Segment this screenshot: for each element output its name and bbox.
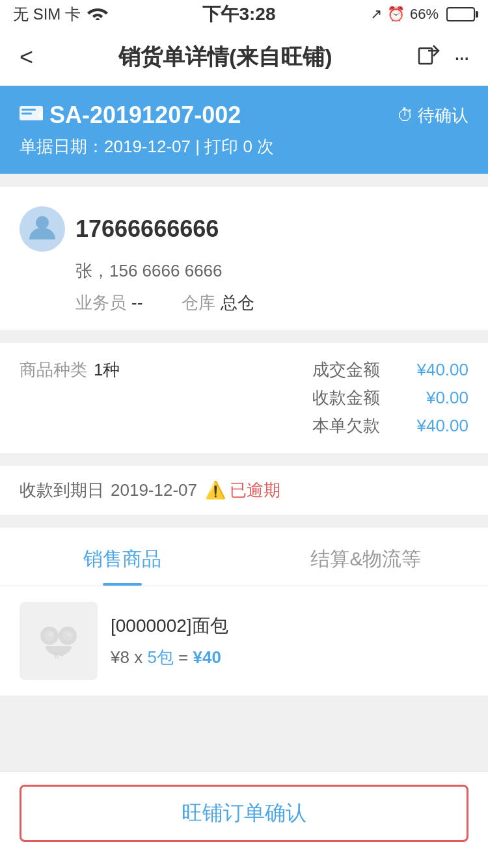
product-types-label: 商品种类 (20, 359, 87, 381)
status-bar-left: 无 SIM 卡 (13, 4, 108, 25)
summary-card: 商品种类 1种 成交金额 ¥40.00 收款金额 ¥0.00 本单欠款 ¥40.… (0, 343, 488, 453)
order-status: ⏱ 待确认 (397, 104, 468, 127)
product-item[interactable]: 管+ [0000002]面包 ¥8 x 5包 = ¥40 (0, 586, 488, 696)
svg-point-11 (67, 632, 71, 636)
wifi-icon (87, 5, 108, 24)
transaction-amount-label: 成交金额 (312, 359, 380, 381)
product-image: 管+ (20, 602, 98, 680)
battery-text: 66% (410, 6, 439, 23)
tabs: 销售商品 结算&物流等 (0, 528, 488, 586)
location-icon: ↗ (370, 6, 382, 23)
tabs-container: 销售商品 结算&物流等 (0, 528, 488, 586)
svg-text:管+: 管+ (53, 652, 64, 659)
due-amount-row: 本单欠款 ¥40.00 (312, 414, 468, 437)
product-name: [0000002]面包 (111, 614, 468, 638)
payment-amount-value: ¥0.00 (390, 388, 468, 408)
avatar (20, 206, 65, 252)
due-date-value: 2019-12-07 (111, 480, 197, 500)
product-price-row: ¥8 x 5包 = ¥40 (111, 646, 468, 669)
overdue-text: 已逾期 (230, 479, 280, 502)
svg-point-8 (49, 632, 53, 636)
status-bar: 无 SIM 卡 下午3:28 ↗ ⏰ 66% (0, 0, 488, 29)
svg-point-0 (96, 18, 100, 20)
overdue-icon: ⚠️ (205, 480, 226, 500)
customer-phone: 17666666666 (75, 215, 219, 243)
alarm-icon: ⏰ (387, 6, 405, 23)
status-bar-right: ↗ ⏰ 66% (370, 6, 475, 23)
warehouse-value: 总仓 (221, 292, 254, 314)
customer-header: 17666666666 (20, 206, 468, 252)
page-title: 销货单详情(来自旺铺) (118, 42, 332, 72)
confirm-order-button[interactable]: 旺铺订单确认 (20, 785, 468, 842)
product-multiply: x (134, 647, 147, 667)
customer-meta: 业务员 -- 仓库 总仓 (75, 292, 468, 314)
transaction-amount-row: 成交金额 ¥40.00 (312, 359, 468, 381)
tab-products[interactable]: 销售商品 (0, 528, 244, 586)
salesperson-value: -- (131, 293, 142, 313)
due-date-label: 收款到期日 (20, 479, 104, 502)
tab-underline (103, 583, 142, 586)
product-types-value: 1种 (94, 359, 120, 381)
due-date-card: 收款到期日 2019-12-07 ⚠️ 已逾期 (0, 466, 488, 515)
bottom-bar: 旺铺订单确认 (0, 771, 488, 868)
svg-point-5 (36, 216, 49, 229)
svg-rect-4 (21, 113, 32, 115)
person-icon (28, 212, 57, 247)
customer-card: 17666666666 张，156 6666 6666 业务员 -- 仓库 总仓 (0, 187, 488, 330)
due-amount-value: ¥40.00 (390, 416, 468, 436)
order-id: SA-20191207-002 (20, 102, 241, 129)
product-types-section: 商品种类 1种 (20, 359, 120, 381)
back-button[interactable]: < (20, 44, 33, 71)
customer-info: 张，156 6666 6666 (75, 260, 468, 282)
product-total: ¥40 (193, 647, 221, 667)
status-bar-time: 下午3:28 (202, 2, 275, 27)
tab-settlement[interactable]: 结算&物流等 (244, 528, 488, 586)
battery-icon (446, 7, 475, 21)
warehouse-label: 仓库 (182, 292, 215, 314)
payment-amount-label: 收款金额 (312, 387, 380, 409)
order-date: 单据日期：2019-12-07 | 打印 0 次 (20, 135, 468, 158)
product-qty: 5包 (147, 647, 173, 667)
order-header-top: SA-20191207-002 ⏱ 待确认 (20, 102, 468, 129)
product-list: 管+ [0000002]面包 ¥8 x 5包 = ¥40 (0, 586, 488, 696)
warehouse-meta: 仓库 总仓 (182, 292, 254, 314)
order-header: SA-20191207-002 ⏱ 待确认 单据日期：2019-12-07 | … (0, 86, 488, 174)
share-button[interactable] (418, 43, 441, 71)
due-amount-label: 本单欠款 (312, 414, 380, 437)
carrier-text: 无 SIM 卡 (13, 4, 81, 25)
svg-rect-3 (21, 109, 36, 111)
nav-bar: < 销货单详情(来自旺铺) ··· (0, 29, 488, 86)
nav-actions: ··· (418, 43, 468, 71)
clock-icon: ⏱ (397, 105, 414, 126)
product-info: [0000002]面包 ¥8 x 5包 = ¥40 (111, 614, 468, 669)
more-button[interactable]: ··· (454, 44, 468, 70)
payment-amount-row: 收款金额 ¥0.00 (312, 387, 468, 409)
salesperson-meta: 业务员 -- (75, 292, 142, 314)
amounts-section: 成交金额 ¥40.00 收款金额 ¥0.00 本单欠款 ¥40.00 (312, 359, 468, 437)
transaction-amount-value: ¥40.00 (390, 360, 468, 380)
salesperson-label: 业务员 (75, 292, 126, 314)
product-price: ¥8 (111, 647, 129, 667)
order-icon (20, 102, 43, 129)
product-equals: = (178, 647, 193, 667)
